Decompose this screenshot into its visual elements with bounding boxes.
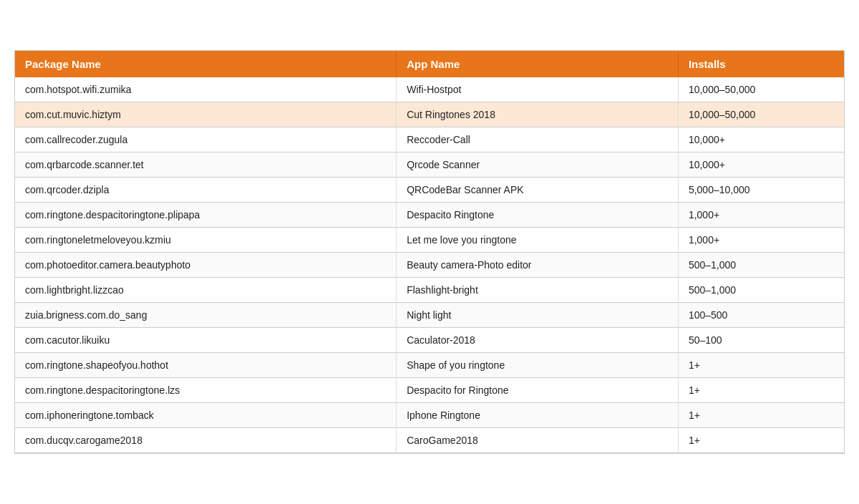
table-row: com.lightbright.lizzcaoFlashlight-bright…	[15, 278, 844, 303]
cell-app-name: Caculator-2018	[397, 328, 679, 353]
cell-package-name: com.ringtone.despacitoringtone.plipapa	[15, 203, 397, 228]
cell-installs: 500–1,000	[678, 278, 844, 303]
cell-package-name: com.qrbarcode.scanner.tet	[15, 152, 397, 178]
cell-app-name: QRCodeBar Scanner APK	[397, 178, 679, 203]
cell-app-name: Cut Ringtones 2018	[397, 102, 679, 127]
column-header-app_name: App Name	[397, 51, 679, 77]
table-body: com.hotspot.wifi.zumikaWifi-Hostpot10,00…	[15, 77, 844, 453]
cell-package-name: com.ringtoneletmeloveyou.kzmiu	[15, 228, 397, 253]
cell-package-name: com.ducqv.carogame2018	[15, 428, 397, 453]
column-header-package_name: Package Name	[15, 51, 397, 77]
cell-app-name: Shape of you ringtone	[397, 353, 679, 378]
cell-installs: 1+	[678, 378, 844, 403]
cell-package-name: com.photoeditor.camera.beautyphoto	[15, 253, 397, 278]
table-row: com.iphoneringtone.tombackIphone Rington…	[15, 403, 844, 428]
cell-app-name: Despacito Ringtone	[397, 203, 679, 228]
cell-installs: 1+	[678, 403, 844, 428]
cell-package-name: com.callrecoder.zugula	[15, 127, 397, 152]
table-row: zuia.brigness.com.do_sangNight light100–…	[15, 303, 844, 328]
table-row: com.hotspot.wifi.zumikaWifi-Hostpot10,00…	[15, 77, 844, 102]
cell-installs: 1,000+	[678, 203, 844, 228]
table-row: com.ringtone.shapeofyou.hothotShape of y…	[15, 353, 844, 378]
table-row: com.callrecoder.zugulaReccoder-Call10,00…	[15, 127, 844, 152]
cell-installs: 10,000+	[678, 152, 844, 178]
cell-package-name: com.cut.muvic.hiztym	[15, 102, 397, 127]
table-row: com.ringtone.despacitoringtone.plipapaDe…	[15, 203, 844, 228]
table-row: com.ringtoneletmeloveyou.kzmiuLet me lov…	[15, 228, 844, 253]
cell-app-name: Night light	[397, 303, 679, 328]
data-table: Package NameApp NameInstalls com.hotspot…	[14, 50, 845, 454]
cell-app-name: Beauty camera-Photo editor	[397, 253, 679, 278]
cell-installs: 10,000–50,000	[678, 102, 844, 127]
table-row: com.cut.muvic.hiztymCut Ringtones 201810…	[15, 102, 844, 127]
cell-package-name: zuia.brigness.com.do_sang	[15, 303, 397, 328]
table-header: Package NameApp NameInstalls	[15, 51, 844, 77]
cell-package-name: com.cacutor.likuiku	[15, 328, 397, 353]
cell-app-name: Reccoder-Call	[397, 127, 679, 152]
cell-app-name: CaroGame2018	[397, 428, 679, 453]
cell-package-name: com.lightbright.lizzcao	[15, 278, 397, 303]
table-row: com.qrbarcode.scanner.tetQrcode Scanner1…	[15, 152, 844, 178]
cell-app-name: Despacito for Ringtone	[397, 378, 679, 403]
cell-installs: 10,000+	[678, 127, 844, 152]
cell-app-name: Iphone Ringtone	[397, 403, 679, 428]
cell-installs: 1,000+	[678, 228, 844, 253]
cell-app-name: Let me love you ringtone	[397, 228, 679, 253]
cell-package-name: com.hotspot.wifi.zumika	[15, 77, 397, 102]
column-header-installs: Installs	[678, 51, 844, 77]
cell-package-name: com.ringtone.despacitoringtone.lzs	[15, 378, 397, 403]
cell-installs: 1+	[678, 353, 844, 378]
table-row: com.qrcoder.dziplaQRCodeBar Scanner APK5…	[15, 178, 844, 203]
cell-installs: 5,000–10,000	[678, 178, 844, 203]
cell-app-name: Wifi-Hostpot	[397, 77, 679, 102]
cell-package-name: com.qrcoder.dzipla	[15, 178, 397, 203]
table-row: com.ducqv.carogame2018CaroGame20181+	[15, 428, 844, 453]
cell-app-name: Qrcode Scanner	[397, 152, 679, 178]
cell-package-name: com.ringtone.shapeofyou.hothot	[15, 353, 397, 378]
cell-package-name: com.iphoneringtone.tomback	[15, 403, 397, 428]
cell-app-name: Flashlight-bright	[397, 278, 679, 303]
cell-installs: 100–500	[678, 303, 844, 328]
cell-installs: 1+	[678, 428, 844, 453]
cell-installs: 50–100	[678, 328, 844, 353]
table-row: com.photoeditor.camera.beautyphotoBeauty…	[15, 253, 844, 278]
cell-installs: 10,000–50,000	[678, 77, 844, 102]
cell-installs: 500–1,000	[678, 253, 844, 278]
table-row: com.ringtone.despacitoringtone.lzsDespac…	[15, 378, 844, 403]
table-row: com.cacutor.likuikuCaculator-201850–100	[15, 328, 844, 353]
